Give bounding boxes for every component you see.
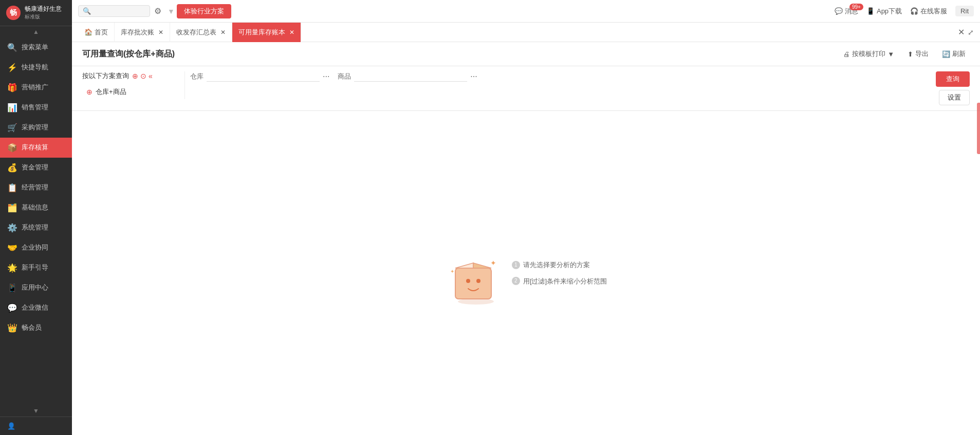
message-icon: 💬 — [835, 7, 843, 15]
tab-close-icon[interactable]: ✕ — [220, 29, 226, 36]
content-area: 可用量查询(按仓库+商品) 🖨 按模板打印 ▼ ⬆ 导出 🔄 刷新 — [72, 42, 980, 435]
sidebar-item-label: 销售管理 — [22, 103, 48, 112]
sidebar-item-inventory[interactable]: 📦 库存核算 — [0, 138, 72, 158]
sidebar-item-wechat[interactable]: 💬 企业微信 — [0, 298, 72, 318]
scheme-header-label: 按以下方案查询 — [82, 71, 129, 81]
svg-point-5 — [476, 279, 480, 283]
tip-item-1: 1 请先选择要分析的方案 — [512, 259, 607, 271]
message-badge: 99+ — [849, 4, 863, 10]
sidebar-item-member[interactable]: 👑 畅会员 — [0, 318, 72, 338]
print-btn[interactable]: 🖨 按模板打印 ▼ — [839, 47, 898, 61]
logo-icon: 畅 — [6, 6, 21, 20]
tab-available[interactable]: 可用量库存账本 ✕ — [232, 23, 301, 42]
sidebar-item-basic[interactable]: 🗂️ 基础信息 — [0, 198, 72, 218]
sidebar: 畅 畅康通好生意 标准版 ▲ 🔍 搜索菜单 ⚡ 快捷导航 🎁 营销推广 📊 销售… — [0, 0, 72, 435]
topbar-gear-icon[interactable]: ⚙ — [154, 6, 161, 16]
sidebar-item-system[interactable]: ⚙️ 系统管理 — [0, 218, 72, 238]
tab-home[interactable]: 🏠 首页 — [78, 23, 115, 42]
export-btn[interactable]: ⬆ 导出 — [903, 47, 933, 61]
warehouse-input[interactable] — [207, 71, 320, 82]
box-icon: 📦 — [7, 143, 17, 153]
money-icon: 💰 — [7, 163, 17, 173]
sidebar-scroll-up[interactable]: ▲ — [0, 26, 72, 37]
edit-scheme-btn[interactable]: ⊙ — [140, 72, 146, 80]
print-label: 按模板打印 — [852, 49, 885, 59]
sidebar-item-sales[interactable]: 📊 销售管理 — [0, 98, 72, 118]
tip-text-2: 用[过滤]条件来缩小分析范围 — [523, 275, 607, 287]
clipboard-icon: 📋 — [7, 183, 17, 193]
empty-state-inner: ✦ ✦ 1 请先选择要分析的方案 2 用[过滤]条件来缩小分析范围 — [445, 248, 607, 299]
topbar-chevron-icon[interactable]: ▼ — [168, 7, 175, 15]
product-more-icon[interactable]: ··· — [470, 72, 477, 81]
warehouse-more-icon[interactable]: ··· — [323, 72, 329, 81]
export-icon: ⬆ — [908, 50, 913, 58]
sidebar-item-label: 经营管理 — [22, 183, 48, 192]
refresh-btn[interactable]: 🔄 刷新 — [938, 47, 970, 61]
topbar-search-input[interactable] — [93, 8, 144, 15]
tab-close-icon[interactable]: ✕ — [289, 29, 294, 36]
expand-icon[interactable]: ⤢ — [968, 28, 974, 36]
settings-btn[interactable]: 设置 — [939, 90, 970, 105]
scroll-indicator — [977, 103, 980, 154]
sidebar-item-label: 企业协同 — [22, 243, 48, 252]
print-icon: 🖨 — [843, 50, 850, 58]
tab-batch[interactable]: 库存批次账 ✕ — [115, 23, 170, 42]
home-icon: 🏠 — [84, 28, 93, 36]
sidebar-nav: 🔍 搜索菜单 ⚡ 快捷导航 🎁 营销推广 📊 销售管理 🛒 采购管理 📦 库存核… — [0, 37, 72, 405]
tabs-bar: 🏠 首页 库存批次账 ✕ 收发存汇总表 ✕ 可用量库存账本 ✕ ✕ ⤢ — [72, 23, 980, 42]
sidebar-item-label: 库存核算 — [22, 143, 48, 152]
add-scheme-btn[interactable]: ⊕ — [132, 72, 138, 80]
close-window-icon[interactable]: ✕ — [958, 27, 965, 37]
sidebar-item-operation[interactable]: 📋 经营管理 — [0, 178, 72, 198]
collapse-scheme-btn[interactable]: « — [149, 72, 153, 80]
query-btn[interactable]: 查询 — [936, 71, 970, 87]
tab-summary[interactable]: 收发存汇总表 ✕ — [170, 23, 232, 42]
empty-svg: ✦ ✦ — [445, 248, 507, 309]
chart-icon: 📊 — [7, 103, 17, 112]
filter-inputs: 仓库 ··· 商品 ··· — [190, 71, 931, 82]
sidebar-scroll-down[interactable]: ▼ — [0, 405, 72, 417]
tab-label: 可用量库存账本 — [238, 28, 285, 37]
sidebar-item-marketing[interactable]: 🎁 营销推广 — [0, 78, 72, 98]
product-field: 商品 ··· — [338, 71, 477, 82]
user-btn[interactable]: Rit — [955, 6, 974, 16]
crown-icon: 👑 — [7, 323, 17, 333]
empty-tips: 1 请先选择要分析的方案 2 用[过滤]条件来缩小分析范围 — [512, 259, 607, 287]
message-btn[interactable]: 💬 消息 99+ — [835, 7, 858, 16]
sidebar-item-label: 系统管理 — [22, 223, 48, 232]
sidebar-item-finance[interactable]: 💰 资金管理 — [0, 158, 72, 178]
cart-icon: 🛒 — [7, 123, 17, 133]
service-btn[interactable]: 🎧 在线客服 — [910, 7, 947, 16]
product-label: 商品 — [338, 72, 351, 81]
search-icon: 🔍 — [7, 43, 17, 52]
refresh-icon: 🔄 — [942, 50, 950, 58]
warehouse-label: 仓库 — [190, 72, 204, 81]
tab-label: 收发存汇总表 — [176, 28, 216, 37]
sidebar-item-label: 营销推广 — [22, 83, 48, 92]
warehouse-field: 仓库 ··· — [190, 71, 329, 82]
app-download-btn[interactable]: 📱 App下载 — [866, 7, 902, 16]
sidebar-user[interactable]: 👤 — [0, 417, 72, 435]
tab-label: 首页 — [95, 28, 108, 37]
svg-rect-1 — [455, 268, 491, 299]
sidebar-item-purchase[interactable]: 🛒 采购管理 — [0, 118, 72, 138]
sidebar-item-label: 资金管理 — [22, 163, 48, 172]
sidebar-item-search[interactable]: 🔍 搜索菜单 — [0, 37, 72, 58]
scheme-actions: ⊕ ⊙ « — [132, 72, 153, 80]
sidebar-item-enterprise[interactable]: 🤝 企业协同 — [0, 238, 72, 258]
sidebar-item-label: 畅会员 — [22, 323, 42, 332]
tip-num-2: 2 — [512, 277, 520, 285]
sidebar-item-shortcut[interactable]: ⚡ 快捷导航 — [0, 58, 72, 78]
svg-text:✦: ✦ — [490, 259, 496, 267]
phone-icon: 📱 — [866, 7, 875, 15]
scheme-item-warehouse-product[interactable]: ⊕ 仓库+商品 — [82, 85, 179, 99]
trial-btn[interactable]: 体验行业方案 — [177, 4, 231, 18]
export-label: 导出 — [915, 49, 929, 59]
sidebar-item-appstore[interactable]: 📱 应用中心 — [0, 278, 72, 298]
topbar-search-icon: 🔍 — [83, 7, 91, 15]
sidebar-item-newbie[interactable]: 🌟 新手引导 — [0, 258, 72, 278]
topbar-search-box[interactable]: 🔍 — [78, 5, 150, 17]
product-input[interactable] — [354, 71, 467, 82]
star-icon: 🌟 — [7, 263, 17, 273]
tab-close-icon[interactable]: ✕ — [158, 29, 163, 36]
